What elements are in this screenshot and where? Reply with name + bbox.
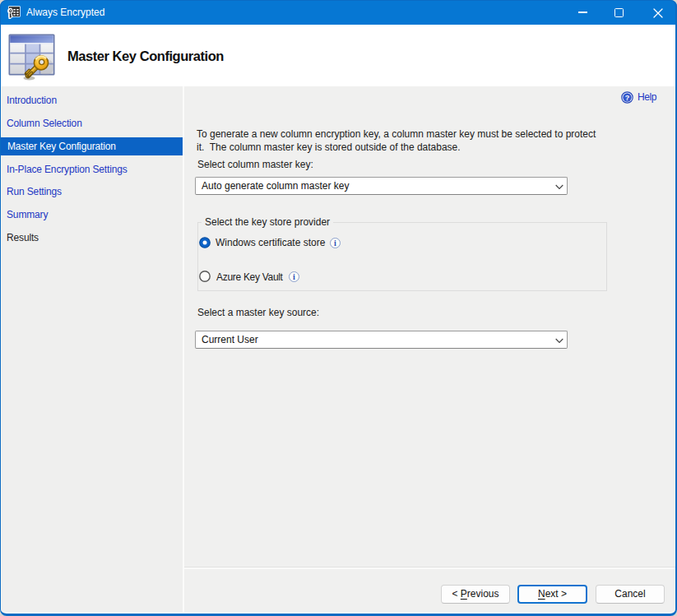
svg-text:?: ?: [625, 94, 630, 102]
